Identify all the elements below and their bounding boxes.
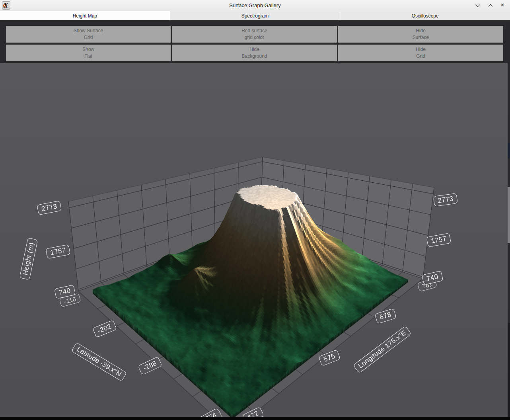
button-label-line1: Hide [172,46,337,53]
chevron-down-icon [475,2,480,7]
button-label-line2: Surface [338,34,503,41]
surface-grid-color-button[interactable]: Red surface grid color [172,26,337,43]
toggle-background-button[interactable]: Hide Background [172,45,337,61]
window-title: Surface Graph Gallery [0,2,510,8]
background-window-sliver [508,20,510,417]
tab-bar: Height Map Spectrogram Oscilloscope [0,11,510,20]
close-button[interactable]: × [500,2,507,9]
button-label-line1: Show [6,46,171,53]
button-label-line2: Grid [338,53,503,60]
toggle-grid-button[interactable]: Hide Grid [338,45,503,61]
x11-logo-icon: X [4,2,8,9]
tab-height-map[interactable]: Height Map [0,11,170,20]
maximize-button[interactable] [488,2,494,9]
button-label-line2: Background [172,53,337,60]
tab-oscilloscope[interactable]: Oscilloscope [340,11,510,20]
app-icon[interactable]: X [2,1,10,10]
button-label-line2: Grid [6,34,171,41]
button-label-line1: Hide [338,27,503,34]
button-label-line1: Show Surface [6,27,171,34]
button-label-line1: Hide [338,46,503,53]
tab-spectrogram[interactable]: Spectrogram [170,11,341,20]
button-label-line1: Red surface [172,27,337,34]
button-label-line2: Flat [6,53,171,60]
toggle-flat-button[interactable]: Show Flat [6,45,171,61]
minimize-button[interactable] [475,2,481,9]
window-controls: × [475,0,507,11]
surface-3d-view[interactable] [0,63,510,417]
chevron-up-icon [488,4,492,8]
screen-bottom-edge [0,417,510,420]
button-label-line2: grid color [172,34,337,41]
titlebar: X Surface Graph Gallery × [0,0,510,11]
toggle-surface-grid-button[interactable]: Show Surface Grid [6,26,171,43]
close-icon: × [500,1,504,9]
toggle-surface-button[interactable]: Hide Surface [338,26,503,43]
